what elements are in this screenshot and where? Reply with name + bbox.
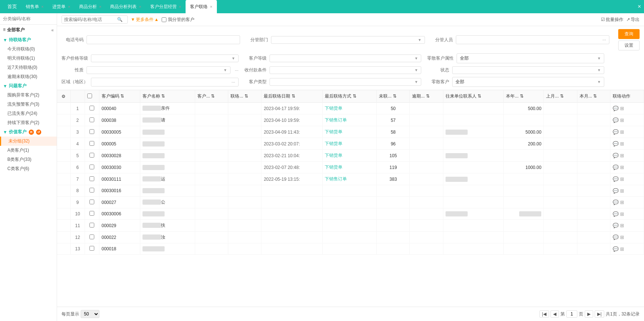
grid-action-icon[interactable]: ⊞ bbox=[620, 234, 624, 240]
row-checkbox-cell[interactable] bbox=[85, 243, 99, 255]
grid-action-icon[interactable]: ⊞ bbox=[620, 106, 624, 111]
row-checkbox[interactable] bbox=[89, 176, 94, 181]
tab-purchase[interactable]: 进货单 × bbox=[48, 0, 74, 13]
contact-col-header[interactable]: 联络... ⇅ bbox=[228, 90, 261, 103]
grid-action-icon[interactable]: ⊞ bbox=[620, 200, 624, 205]
grid-action-icon[interactable]: ⊞ bbox=[620, 223, 624, 228]
scatter-attr-select[interactable]: 全部 ▼ bbox=[457, 53, 604, 63]
sidebar-collapse-icon[interactable]: « bbox=[51, 28, 54, 33]
grid-action-icon[interactable]: ⊞ bbox=[620, 165, 624, 170]
chat-icon[interactable]: 💬 bbox=[613, 188, 619, 194]
category-col-header[interactable]: 客户... ⇅ bbox=[195, 90, 228, 103]
chat-icon[interactable]: 💬 bbox=[613, 117, 619, 123]
scatter-customer-select[interactable]: 全部 ▼ bbox=[452, 77, 604, 87]
row-checkbox-cell[interactable] bbox=[85, 138, 99, 150]
sidebar-item-tomorrow-pending[interactable]: 明天待联络(1) bbox=[0, 54, 57, 63]
sidebar-item-class-b[interactable]: B类客户(33) bbox=[0, 155, 57, 164]
row-checkbox-cell[interactable] bbox=[85, 208, 99, 220]
close-purchase-icon[interactable]: × bbox=[68, 4, 70, 9]
region-select[interactable]: ··· bbox=[91, 78, 239, 87]
last-page-btn[interactable]: ▶| bbox=[595, 310, 604, 318]
all-customers-header[interactable]: ⠿ 全部客户 « bbox=[0, 25, 57, 35]
row-checkbox[interactable] bbox=[89, 223, 94, 227]
unit-contact-col-header[interactable]: 往来单位联系人 ⇅ bbox=[443, 90, 504, 103]
page-number-input[interactable] bbox=[566, 310, 577, 318]
sidebar-item-class-a[interactable]: A类客户(1) bbox=[0, 146, 57, 155]
grid-action-icon[interactable]: ⊞ bbox=[620, 117, 624, 123]
chat-icon[interactable]: 💬 bbox=[613, 234, 619, 240]
chat-icon[interactable]: 💬 bbox=[613, 165, 619, 170]
price-level-select[interactable]: ▼ bbox=[91, 54, 239, 62]
close-product-analysis-icon[interactable]: × bbox=[99, 4, 101, 9]
close-customer-contact-icon[interactable]: × bbox=[210, 4, 212, 9]
contact-method-link[interactable]: 下销售订单 bbox=[325, 117, 347, 123]
contact-method-link[interactable]: 下销货单 bbox=[325, 165, 342, 170]
chat-icon[interactable]: 💬 bbox=[613, 176, 619, 182]
row-checkbox-cell[interactable] bbox=[85, 185, 99, 197]
chat-icon[interactable]: 💬 bbox=[613, 106, 619, 111]
person-more-icon[interactable]: ··· bbox=[602, 37, 606, 42]
row-checkbox-cell[interactable] bbox=[85, 103, 99, 114]
nature-select[interactable]: ▼ bbox=[87, 66, 230, 74]
nav-close-icon[interactable]: × bbox=[638, 3, 641, 10]
overdue-col-header[interactable]: 逾期... ⇅ bbox=[410, 90, 443, 103]
sidebar-item-week-pending[interactable]: 近7天待联络(0) bbox=[0, 63, 57, 72]
sidebar-item-abnormal[interactable]: 囤购异常客户(2) bbox=[0, 91, 57, 100]
sidebar-item-churned[interactable]: 已流失客户(24) bbox=[0, 109, 57, 118]
contact-method-link[interactable]: 下销货单 bbox=[325, 129, 342, 134]
customer-type-select[interactable]: ▼ bbox=[270, 78, 422, 86]
grid-action-icon[interactable]: ⊞ bbox=[620, 246, 624, 252]
filter-more-btn[interactable]: ▼ 更多条件 ▲ bbox=[131, 17, 159, 23]
row-checkbox-cell[interactable] bbox=[85, 197, 99, 208]
last-date-col-header[interactable]: 最后联络日期 ⇅ bbox=[261, 90, 323, 103]
chat-icon[interactable]: 💬 bbox=[613, 129, 619, 135]
search-icon[interactable]: 🔍 bbox=[117, 17, 123, 22]
tab-product-analysis[interactable]: 商品分析 × bbox=[75, 0, 106, 13]
chat-icon[interactable]: 💬 bbox=[613, 153, 619, 158]
tab-sales[interactable]: 销售单 × bbox=[21, 0, 48, 13]
row-checkbox[interactable] bbox=[89, 188, 94, 193]
row-checkbox[interactable] bbox=[89, 211, 94, 216]
row-checkbox-cell[interactable] bbox=[85, 232, 99, 243]
row-checkbox-cell[interactable] bbox=[85, 162, 99, 173]
per-page-select[interactable]: 50 100 200 bbox=[81, 310, 99, 318]
row-checkbox[interactable] bbox=[89, 165, 94, 169]
nature-more-icon[interactable]: ··· bbox=[235, 68, 239, 73]
payment-select[interactable]: ▼ bbox=[270, 66, 422, 74]
tab-home[interactable]: 首页 bbox=[3, 0, 21, 13]
dept-select[interactable]: ▼ bbox=[271, 36, 425, 44]
contact-method-link[interactable]: 下销售订单 bbox=[325, 176, 347, 181]
contact-method-link[interactable]: 下销货单 bbox=[325, 141, 342, 146]
query-button[interactable]: 查询 bbox=[618, 29, 640, 39]
tab-product-analysis-list[interactable]: 商品分析列表 × bbox=[106, 0, 145, 13]
grid-action-icon[interactable]: ⊞ bbox=[620, 176, 624, 182]
grid-action-icon[interactable]: ⊞ bbox=[620, 153, 624, 158]
row-checkbox-cell[interactable] bbox=[85, 114, 99, 126]
next-page-btn[interactable]: ▶ bbox=[585, 310, 593, 318]
code-col-header[interactable]: 客户编码 ⇅ bbox=[99, 90, 140, 103]
tab-customer-contact[interactable]: 客户联络 × bbox=[186, 0, 217, 13]
close-product-analysis-list-icon[interactable]: × bbox=[139, 4, 141, 9]
row-checkbox[interactable] bbox=[89, 153, 94, 158]
row-checkbox[interactable] bbox=[89, 117, 94, 122]
select-all-checkbox[interactable] bbox=[87, 94, 92, 98]
my-customers-check[interactable] bbox=[162, 17, 166, 22]
phone-input[interactable] bbox=[87, 35, 240, 44]
tab-customer-segment[interactable]: 客户分层经营 × bbox=[146, 0, 186, 13]
row-checkbox-cell[interactable] bbox=[85, 220, 99, 232]
name-col-header[interactable]: 客户名称 ⇅ bbox=[140, 90, 195, 103]
close-customer-segment-icon[interactable]: × bbox=[179, 4, 181, 9]
close-sales-icon[interactable]: × bbox=[41, 4, 43, 9]
row-checkbox[interactable] bbox=[89, 129, 94, 134]
main-search-input[interactable] bbox=[64, 17, 116, 22]
chat-icon[interactable]: 💬 bbox=[613, 223, 619, 228]
grid-action-icon[interactable]: ⊞ bbox=[620, 211, 624, 217]
sidebar-item-ungrouped[interactable]: 未分组(32) bbox=[0, 137, 57, 146]
sidebar-item-declining[interactable]: 持续下滑客户(2) bbox=[0, 118, 57, 127]
customer-level-select[interactable]: ▼ bbox=[270, 54, 422, 62]
batch-operation-btn[interactable]: ☑ 批量操作 bbox=[601, 17, 623, 23]
grid-action-icon[interactable]: ⊞ bbox=[620, 188, 624, 194]
row-checkbox[interactable] bbox=[89, 106, 94, 110]
last-month-col-header[interactable]: 上月... ⇅ bbox=[544, 90, 577, 103]
sidebar-item-today-pending[interactable]: 今天待联络(0) bbox=[0, 45, 57, 54]
